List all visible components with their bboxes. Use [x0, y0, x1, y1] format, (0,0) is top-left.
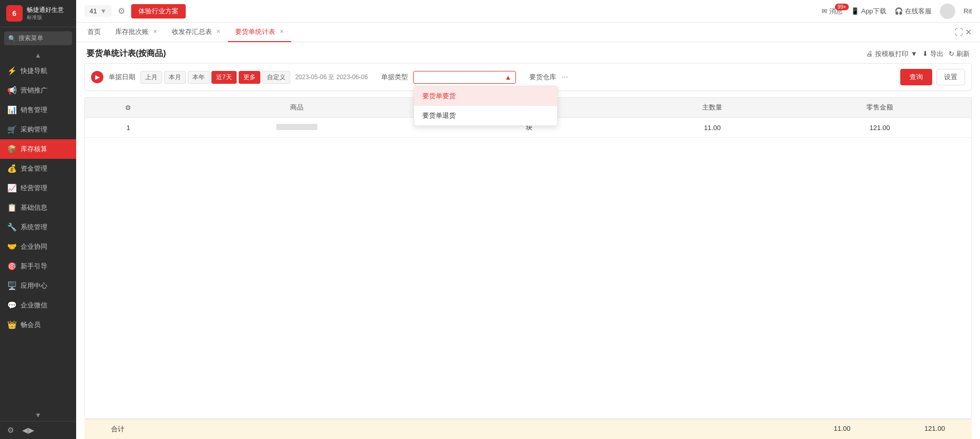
collapse-icon[interactable]: ◀▶: [22, 426, 34, 435]
dropdown-item-return-goods[interactable]: 要货单退货: [414, 106, 557, 125]
header-right: ✉ 消息 99+ 📱 App下载 🎧 在线客服 Rit: [822, 4, 972, 19]
this-year-btn[interactable]: 本年: [188, 71, 209, 84]
close-all-icon[interactable]: ✕: [965, 27, 972, 37]
this-month-btn[interactable]: 本月: [164, 71, 186, 84]
messages-btn[interactable]: ✉ 消息 99+: [822, 7, 843, 16]
tab-close-icon[interactable]: ✕: [153, 28, 157, 35]
sidebar-item-label: 应用中心: [21, 281, 47, 290]
type-select[interactable]: ▲: [413, 71, 516, 84]
search-icon: 🔍: [8, 35, 16, 42]
col-gear: ⚙: [85, 98, 172, 118]
basic-icon: 📋: [7, 203, 16, 212]
page-actions: 🖨 按模板打印 ▼ ⬇ 导出 ↻ 刷新: [866, 49, 970, 59]
type-dropdown: 要货单要货 要货单退货: [414, 86, 558, 126]
tab-label: 库存批次账: [115, 27, 149, 36]
sidebar-item-system[interactable]: 🔧 系统管理: [0, 217, 76, 237]
sidebar-item-guide[interactable]: 🎯 新手引导: [0, 257, 76, 276]
wechat-icon: 💬: [7, 301, 16, 310]
guide-icon: 🎯: [7, 262, 16, 271]
sidebar-item-label: 营销推广: [21, 86, 47, 95]
finance-icon: 💰: [7, 164, 16, 173]
export-btn[interactable]: ⬇ 导出: [922, 49, 943, 59]
sidebar-item-app-center[interactable]: 🖥️ 应用中心: [0, 276, 76, 296]
warehouse-more-icon[interactable]: ···: [561, 72, 568, 82]
restore-icon[interactable]: ⛶: [955, 28, 963, 37]
top-header: 41 ▼ ⚙ 体验行业方案 ✉ 消息 99+ 📱 App下载 🎧 在线客服 Ri…: [76, 0, 980, 23]
date-range: 2023-05-06 至 2023-06-06: [295, 73, 368, 82]
sidebar-item-basic[interactable]: 📋 基础信息: [0, 198, 76, 217]
sidebar-item-sales[interactable]: 📊 销售管理: [0, 100, 76, 120]
custom-btn[interactable]: 自定义: [262, 71, 290, 84]
purchase-icon: 🛒: [7, 125, 16, 134]
logo-sub: 标准版: [27, 14, 64, 21]
footer-quantity: 11.00: [811, 425, 873, 434]
tab-home[interactable]: 首页: [80, 23, 108, 42]
sidebar-item-marketing[interactable]: 📢 营销推广: [0, 81, 76, 100]
logo-icon: 6: [6, 5, 23, 22]
sidebar-item-quick-nav[interactable]: ⚡ 快捷导航: [0, 61, 76, 81]
footer-amount: 121.00: [904, 425, 966, 434]
member-icon: 👑: [7, 320, 16, 330]
online-service-btn[interactable]: 🎧 在线客服: [895, 7, 932, 16]
tabs-bar: 首页 库存批次账 ✕ 收发存汇总表 ✕ 要货单统计表 ✕ ⛶ ✕: [76, 23, 980, 42]
sidebar-scroll-up[interactable]: ▲: [0, 49, 76, 61]
tab-inventory-batch[interactable]: 库存批次账 ✕: [108, 23, 165, 42]
sidebar-item-wechat[interactable]: 💬 企业微信: [0, 296, 76, 315]
sidebar-item-label: 企业微信: [21, 301, 47, 310]
export-label: 导出: [930, 49, 943, 59]
sidebar-item-label: 基础信息: [21, 203, 47, 212]
row-product: [172, 118, 422, 138]
quick-nav-icon: ⚡: [7, 66, 16, 76]
type-label: 单据类型: [381, 72, 408, 82]
sidebar-scroll-down[interactable]: ▼: [0, 409, 76, 421]
trial-btn[interactable]: 体验行业方案: [131, 4, 186, 19]
query-btn[interactable]: 查询: [900, 69, 932, 85]
message-icon: ✉: [822, 7, 827, 15]
refresh-icon: ↻: [949, 50, 954, 58]
print-btn[interactable]: 🖨 按模板打印 ▼: [866, 49, 917, 59]
date-buttons: 上月 本月 本年 近7天 更多 自定义: [140, 71, 290, 84]
store-chevron-icon: ▼: [100, 7, 106, 15]
app-download-btn[interactable]: 📱 App下载: [851, 7, 886, 16]
print-chevron-icon: ▼: [911, 50, 917, 58]
tab-order-stats[interactable]: 要货单统计表 ✕: [228, 23, 291, 42]
tab-close-icon[interactable]: ✕: [216, 28, 221, 35]
sidebar-logo: 6 畅捷通好生意 标准版: [0, 0, 76, 27]
tab-label: 收发存汇总表: [172, 27, 212, 36]
sidebar-item-purchase[interactable]: 🛒 采购管理: [0, 120, 76, 139]
store-selector[interactable]: 41 ▼: [84, 5, 112, 17]
filter-expand-btn[interactable]: ▶: [91, 71, 103, 83]
search-label: 搜索菜单: [19, 34, 43, 43]
print-label: 按模板打印: [875, 49, 908, 59]
sidebar-item-inventory[interactable]: 📦 库存核算: [0, 139, 76, 159]
table-footer: 合计 11.00 121.00: [84, 419, 972, 439]
tab-close-icon[interactable]: ✕: [279, 28, 284, 35]
sidebar-item-enterprise[interactable]: 🤝 企业协同: [0, 237, 76, 257]
row-index: 1: [85, 118, 172, 138]
sidebar-item-operations[interactable]: 📈 经营管理: [0, 178, 76, 198]
gear-icon[interactable]: ⚙: [118, 6, 125, 16]
main-content: 41 ▼ ⚙ 体验行业方案 ✉ 消息 99+ 📱 App下载 🎧 在线客服 Ri…: [76, 0, 980, 439]
row-quantity: 11.00: [636, 118, 788, 138]
store-name: 41: [90, 7, 97, 15]
sidebar-item-label: 畅会员: [21, 320, 41, 330]
sidebar-item-member[interactable]: 👑 畅会员: [0, 315, 76, 335]
settings-icon[interactable]: ⚙: [7, 426, 14, 435]
sidebar-item-label: 企业协同: [21, 242, 47, 251]
sidebar-search[interactable]: 🔍 搜索菜单: [4, 31, 72, 45]
page-title: 要货单统计表(按商品): [86, 48, 166, 59]
sidebar-item-label: 销售管理: [21, 105, 47, 115]
username[interactable]: Rit: [964, 7, 972, 15]
gear-icon[interactable]: ⚙: [125, 104, 131, 112]
settings-btn[interactable]: 设置: [936, 69, 965, 85]
sidebar: 6 畅捷通好生意 标准版 🔍 搜索菜单 ▲ ⚡ 快捷导航 📢 营销推广 📊 销售…: [0, 0, 76, 439]
last-7days-btn[interactable]: 近7天: [211, 71, 237, 84]
sidebar-item-finance[interactable]: 💰 资金管理: [0, 159, 76, 178]
tab-receive-send[interactable]: 收发存汇总表 ✕: [165, 23, 228, 42]
avatar[interactable]: [940, 4, 955, 19]
app-label: App下载: [861, 7, 886, 16]
prev-month-btn[interactable]: 上月: [140, 71, 162, 84]
more-btn[interactable]: 更多: [239, 71, 260, 84]
dropdown-item-order-goods[interactable]: 要货单要货: [414, 86, 557, 106]
refresh-btn[interactable]: ↻ 刷新: [949, 49, 970, 59]
